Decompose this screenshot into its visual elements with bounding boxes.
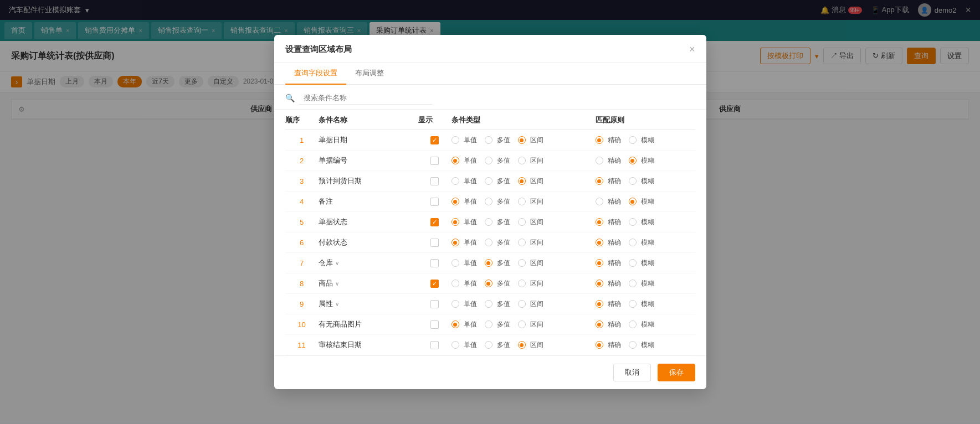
radio-match-7-1[interactable] [629,280,637,287]
radio-type-10-2[interactable] [518,341,526,349]
radio-type-0-0[interactable] [451,136,459,144]
radio-type-label-1-1: 多值 [497,156,510,166]
radio-type-3-2[interactable] [518,198,526,205]
radio-type-9-1[interactable] [485,320,492,328]
radio-match-10-0[interactable] [596,341,603,349]
radio-match-4-1[interactable] [629,218,637,226]
row-index-0: 1 [285,136,319,144]
radio-type-9-0[interactable] [451,320,459,328]
radio-type-4-0[interactable] [451,218,459,226]
dialog-header: 设置查询区域布局 × [274,35,706,63]
radio-type-3-1[interactable] [485,198,492,205]
dialog-close-button[interactable]: × [689,44,695,55]
radio-type-label-4-0: 单值 [464,218,477,227]
radio-type-0-1[interactable] [485,136,492,144]
col-header-match: 匹配原则 [596,115,706,125]
checkbox-display-0[interactable]: ✓ [430,136,439,144]
radio-type-5-0[interactable] [451,239,459,246]
checkbox-display-10[interactable] [430,341,439,349]
row-name-4: 单据状态 [319,217,418,227]
radio-match-4-0[interactable] [596,218,603,226]
checkbox-display-9[interactable] [430,320,439,329]
radio-match-3-0[interactable] [596,198,603,205]
radio-type-1-1[interactable] [485,157,492,164]
radio-match-10-1[interactable] [629,341,637,349]
search-input[interactable] [299,91,432,105]
radio-type-5-1[interactable] [485,239,492,246]
radio-type-label-1-2: 区间 [530,156,543,166]
radio-match-6-1[interactable] [629,259,637,267]
radio-match-label-8-0: 精确 [608,299,621,309]
radio-type-1-0[interactable] [451,157,459,164]
table-row: 4备注单值多值区间精确模糊 [285,192,695,212]
radio-type-5-2[interactable] [518,239,526,246]
radio-type-8-0[interactable] [451,300,459,308]
radio-match-8-0[interactable] [596,300,603,308]
radio-type-6-0[interactable] [451,259,459,267]
radio-type-7-2[interactable] [518,280,526,287]
radio-match-5-0[interactable] [596,239,603,246]
radio-match-9-1[interactable] [629,320,637,328]
radio-type-8-1[interactable] [485,300,492,308]
cancel-button[interactable]: 取消 [613,364,651,381]
radio-match-0-0[interactable] [596,136,603,144]
row-name-1: 单据编号 [319,156,418,166]
radio-type-1-2[interactable] [518,157,526,164]
radio-type-6-2[interactable] [518,259,526,267]
radio-type-4-1[interactable] [485,218,492,226]
radio-match-label-9-0: 精确 [608,320,621,329]
row-display-9 [418,320,451,329]
dialog-title: 设置查询区域布局 [285,44,352,55]
radio-match-1-1[interactable] [629,157,637,164]
radio-type-9-2[interactable] [518,320,526,328]
row-match-0: 精确模糊 [596,136,706,145]
radio-type-6-1[interactable] [485,259,492,267]
table-row: 11审核结束日期单值多值区间精确模糊 [285,335,695,355]
checkbox-display-7[interactable]: ✓ [430,280,439,288]
radio-type-4-2[interactable] [518,218,526,226]
checkbox-display-6[interactable] [430,259,439,267]
checkbox-display-3[interactable] [430,198,439,206]
radio-match-1-0[interactable] [596,157,603,164]
radio-match-label-9-1: 模糊 [641,320,654,329]
save-button[interactable]: 保存 [658,364,695,381]
checkbox-display-2[interactable] [430,177,439,185]
dialog-footer: 取消 保存 [274,355,706,389]
row-match-2: 精确模糊 [596,177,706,186]
row-name-7: 商品∨ [319,278,418,288]
checkbox-display-5[interactable] [430,239,439,247]
dialog-tab-layout[interactable]: 布局调整 [346,63,393,85]
radio-match-7-0[interactable] [596,280,603,287]
row-match-8: 精确模糊 [596,299,706,309]
radio-match-5-1[interactable] [629,239,637,246]
radio-type-label-5-2: 区间 [530,238,543,247]
row-type-8: 单值多值区间 [451,299,596,309]
radio-type-8-2[interactable] [518,300,526,308]
radio-type-7-0[interactable] [451,280,459,287]
radio-match-3-1[interactable] [629,198,637,205]
radio-type-2-0[interactable] [451,177,459,185]
radio-match-0-1[interactable] [629,136,637,144]
radio-type-10-0[interactable] [451,341,459,349]
radio-type-10-1[interactable] [485,341,492,349]
radio-type-label-10-1: 多值 [497,340,510,350]
radio-match-2-1[interactable] [629,177,637,185]
radio-type-3-0[interactable] [451,198,459,205]
checkbox-display-4[interactable]: ✓ [430,218,439,226]
row-name-5: 付款状态 [319,237,418,247]
radio-type-2-2[interactable] [518,177,526,185]
radio-match-8-1[interactable] [629,300,637,308]
checkbox-display-1[interactable] [430,157,439,165]
table-row: 5单据状态✓单值多值区间精确模糊 [285,212,695,232]
row-type-5: 单值多值区间 [451,238,596,247]
radio-type-0-2[interactable] [518,136,526,144]
dialog-tab-query-fields[interactable]: 查询字段设置 [285,63,346,85]
radio-type-2-1[interactable] [485,177,492,185]
radio-match-2-0[interactable] [596,177,603,185]
row-type-2: 单值多值区间 [451,177,596,186]
checkbox-display-8[interactable] [430,300,439,308]
radio-match-9-0[interactable] [596,320,603,328]
radio-type-7-1[interactable] [485,280,492,287]
radio-match-6-0[interactable] [596,259,603,267]
table-rows-container: 1单据日期✓单值多值区间精确模糊2单据编号单值多值区间精确模糊3预计到货日期单值… [285,130,695,355]
